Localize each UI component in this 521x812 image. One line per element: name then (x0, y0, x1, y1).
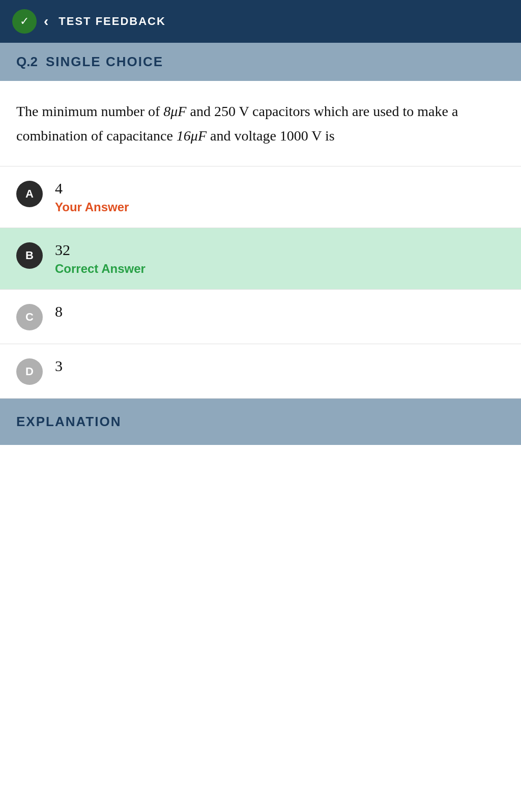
explanation-title: EXPLANATION (16, 414, 121, 429)
option-circle-b: B (16, 242, 43, 269)
option-row-d[interactable]: D 3 (0, 344, 521, 399)
app-logo: ✓ (12, 9, 37, 34)
header: ✓ ‹ TEST FEEDBACK (0, 0, 521, 43)
math-expression-1: 8μF (163, 103, 186, 119)
option-letter-d: D (25, 365, 34, 378)
question-label-bar: Q.2 SINGLE CHOICE (0, 43, 521, 81)
option-row-a[interactable]: A 4 Your Answer (0, 166, 521, 228)
option-content-b: 32 Correct Answer (55, 241, 146, 276)
option-row-c[interactable]: C 8 (0, 290, 521, 344)
option-content-d: 3 (55, 357, 63, 375)
question-type: SINGLE CHOICE (46, 54, 163, 70)
option-value-a: 4 (55, 180, 129, 197)
question-body: The minimum number of 8μF and 250 V capa… (0, 81, 521, 166)
logo-checkmark-icon: ✓ (20, 15, 29, 28)
math-expression-2: 16μF (177, 128, 207, 144)
option-letter-b: B (25, 249, 34, 262)
option-circle-a: A (16, 181, 43, 207)
option-letter-c: C (25, 311, 34, 324)
your-answer-label: Your Answer (55, 200, 129, 214)
option-content-c: 8 (55, 303, 63, 320)
question-number: Q.2 (16, 54, 38, 70)
correct-answer-label: Correct Answer (55, 262, 146, 276)
option-content-a: 4 Your Answer (55, 180, 129, 214)
option-circle-c: C (16, 304, 43, 330)
header-title: TEST FEEDBACK (59, 15, 166, 28)
option-letter-a: A (25, 187, 34, 201)
option-value-c: 8 (55, 303, 63, 320)
back-icon[interactable]: ‹ (44, 13, 49, 30)
option-value-b: 32 (55, 241, 146, 259)
option-circle-d: D (16, 358, 43, 385)
option-row-b[interactable]: B 32 Correct Answer (0, 228, 521, 290)
options-container: A 4 Your Answer B 32 Correct Answer C 8 … (0, 166, 521, 399)
explanation-bar[interactable]: EXPLANATION (0, 399, 521, 445)
option-value-d: 3 (55, 357, 63, 375)
